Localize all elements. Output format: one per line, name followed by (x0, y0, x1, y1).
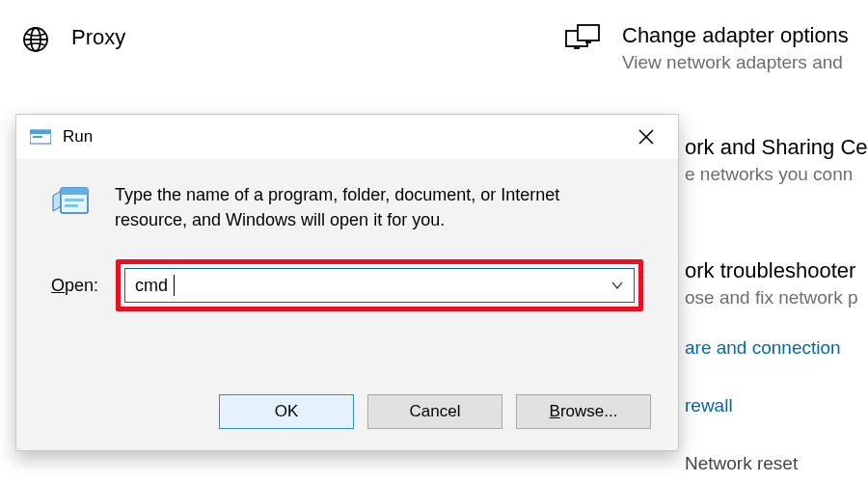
svg-rect-14 (65, 199, 84, 201)
settings-item-subtitle: ose and fix network p (685, 287, 858, 308)
settings-link-hardware[interactable]: are and connection (685, 337, 841, 359)
settings-heading-network-reset: Network reset (685, 453, 798, 474)
settings-item-title: Change adapter options (622, 23, 849, 48)
open-combobox[interactable] (124, 268, 635, 303)
run-titlebar-icon (30, 128, 51, 146)
settings-item-adapter[interactable]: Change adapter options View network adap… (564, 23, 849, 73)
settings-item-title: Proxy (71, 25, 125, 50)
svg-rect-9 (33, 136, 42, 138)
svg-rect-13 (61, 188, 88, 195)
titlebar[interactable]: Run (16, 115, 678, 159)
displays-icon (564, 23, 601, 56)
settings-item-sharing-center[interactable]: ork and Sharing Ce e networks you conn (685, 135, 868, 185)
run-dialog: Run Type the name of a program, folder, … (15, 114, 679, 451)
chevron-down-icon (610, 279, 624, 292)
svg-rect-8 (30, 130, 51, 134)
settings-item-subtitle: e networks you conn (685, 164, 868, 185)
dialog-title: Run (63, 127, 93, 147)
dialog-button-row: OK Cancel Browse... (219, 394, 651, 429)
ok-button[interactable]: OK (219, 394, 354, 429)
text-caret (174, 275, 175, 296)
settings-item-troubleshooter[interactable]: ork troubleshooter ose and fix network p (685, 258, 858, 308)
open-input[interactable] (125, 269, 599, 302)
open-combobox-highlight (116, 259, 643, 311)
settings-item-proxy[interactable]: Proxy (21, 25, 125, 54)
settings-item-subtitle: View network adapters and (622, 52, 849, 73)
open-label: Open: (51, 276, 98, 296)
browse-button[interactable]: Browse... (516, 394, 651, 429)
settings-link-firewall[interactable]: rewall (685, 395, 733, 416)
svg-rect-4 (578, 25, 599, 40)
close-icon (638, 129, 654, 145)
run-program-icon (51, 182, 92, 223)
close-button[interactable] (622, 115, 670, 159)
svg-rect-15 (65, 204, 78, 207)
settings-item-title: ork troubleshooter (685, 258, 858, 283)
dialog-description: Type the name of a program, folder, docu… (115, 182, 616, 232)
globe-icon (21, 25, 50, 54)
settings-item-title: ork and Sharing Ce (685, 135, 868, 160)
cancel-button[interactable]: Cancel (367, 394, 502, 429)
dropdown-button[interactable] (601, 269, 634, 302)
